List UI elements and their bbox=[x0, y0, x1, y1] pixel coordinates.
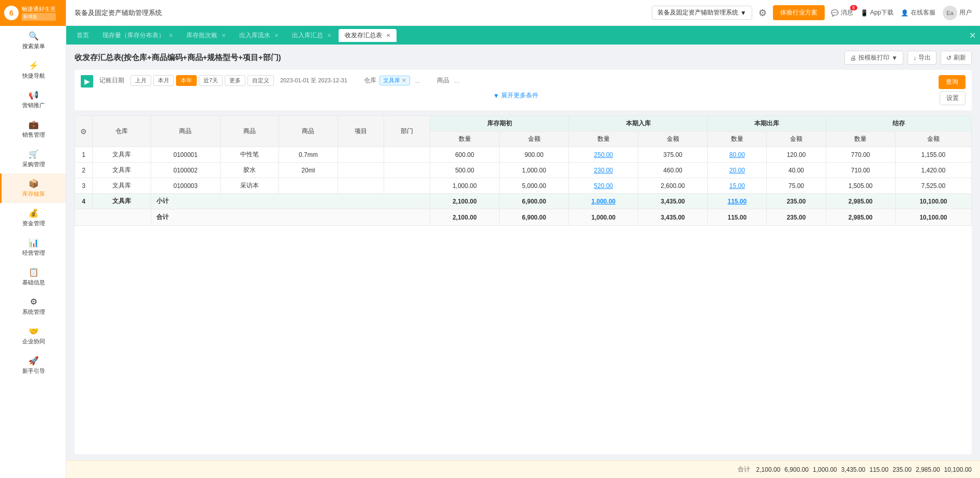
date-btn-更多[interactable]: 更多 bbox=[225, 75, 245, 86]
expand-filters-button[interactable]: ▼ 展开更多条件 bbox=[99, 91, 932, 100]
row-warehouse: 文具库 bbox=[93, 178, 151, 194]
warehouse-more[interactable]: ... bbox=[415, 77, 420, 84]
row-warehouse: 文具库 bbox=[93, 147, 151, 163]
sidebar-icon-search: 🔍 bbox=[28, 31, 39, 41]
tab-close-inout-flow[interactable]: ✕ bbox=[274, 33, 279, 38]
bottom-in-amt: 3,435.00 bbox=[841, 466, 866, 473]
sidebar-item-guide[interactable]: 🚀新手引导 bbox=[0, 351, 66, 380]
th-opening-qty: 数量 bbox=[430, 132, 500, 147]
subtotal-warehouse: 文具库 bbox=[93, 194, 151, 209]
filter-toggle-button[interactable]: ▶ bbox=[81, 75, 93, 88]
messages-btn[interactable]: 💬 消息 6 bbox=[831, 8, 853, 17]
subtotal-out-qty[interactable]: 115.00 bbox=[708, 194, 767, 209]
sidebar-item-enterprise[interactable]: 🤝企业协同 bbox=[0, 321, 66, 351]
sidebar-icon-sales: 💼 bbox=[28, 120, 39, 129]
row-out-amt: 120.00 bbox=[767, 147, 826, 163]
template-print-button[interactable]: 🖨 按模板打印 ▼ bbox=[844, 51, 903, 65]
total-row: 合计 2,100.00 6,900.00 1,000.00 3,435.00 1… bbox=[75, 209, 972, 226]
warehouse-tag[interactable]: 文具库 ✕ bbox=[379, 76, 410, 85]
date-btn-上月[interactable]: 上月 bbox=[130, 75, 151, 86]
sidebar-icon-inventory: 📦 bbox=[28, 179, 39, 189]
row-out-qty[interactable]: 80.00 bbox=[708, 147, 767, 163]
table-settings-th[interactable]: ⚙ bbox=[75, 116, 93, 147]
close-all-tabs[interactable]: ✕ bbox=[969, 31, 976, 40]
topbar: 装备及固定资产辅助管理系统 装备及固定资产辅助管理系统 ▼ ⚙ 体验行业方案 💬… bbox=[66, 0, 980, 26]
sidebar-item-purchase[interactable]: 🛒采购管理 bbox=[0, 144, 66, 173]
online-service-btn[interactable]: 👤 在线客服 bbox=[901, 8, 935, 17]
tab-close-batch[interactable]: ✕ bbox=[222, 33, 226, 38]
sidebar-label-sales: 销售管理 bbox=[22, 131, 45, 139]
total-closing-amt: 10,100.00 bbox=[895, 209, 971, 226]
sidebar-nav: 🔍搜索菜单⚡快捷导航📢营销推广💼销售管理🛒采购管理📦库存核算💰资金管理📊经营管理… bbox=[0, 26, 66, 478]
settings-icon[interactable]: ⚙ bbox=[758, 7, 767, 19]
row-closing-amt: 1,420.00 bbox=[895, 163, 971, 178]
tab-batch[interactable]: 库存批次账✕ bbox=[180, 29, 232, 42]
date-btn-自定义[interactable]: 自定义 bbox=[247, 75, 274, 86]
sidebar-item-inventory[interactable]: 📦库存核算 bbox=[0, 173, 66, 203]
set-button[interactable]: 设置 bbox=[940, 91, 966, 105]
sidebar-icon-finance: 💰 bbox=[28, 208, 39, 218]
sidebar-icon-operation: 📊 bbox=[28, 238, 39, 248]
row-opening-amt: 5,000.00 bbox=[500, 178, 569, 194]
sidebar-icon-purchase: 🛒 bbox=[28, 149, 39, 159]
tab-label-recv-send-summary: 收发存汇总表 bbox=[345, 31, 382, 40]
product-more[interactable]: ... bbox=[455, 77, 460, 84]
row-in-qty[interactable]: 250.00 bbox=[569, 147, 638, 163]
tab-home[interactable]: 首页 bbox=[70, 29, 95, 42]
sidebar-item-system[interactable]: ⚙系统管理 bbox=[0, 292, 66, 321]
sidebar-label-guide: 新手引导 bbox=[22, 367, 45, 375]
tab-inout-flow[interactable]: 出入库流水✕ bbox=[233, 29, 285, 42]
user-btn[interactable]: Ea 用户 bbox=[943, 6, 972, 20]
tab-close-recv-send-summary[interactable]: ✕ bbox=[386, 33, 390, 38]
sidebar-item-marketing[interactable]: 📢营销推广 bbox=[0, 85, 66, 114]
subtotal-row: 4 文具库 小计 2,100.00 6,900.00 1,000.00 3,43… bbox=[75, 194, 972, 209]
row-department bbox=[384, 147, 430, 163]
th-closing-amt: 金额 bbox=[895, 132, 971, 147]
tab-inout-summary[interactable]: 出入库汇总✕ bbox=[286, 29, 338, 42]
total-label-text: 合计 bbox=[151, 209, 430, 226]
row-product-name: 中性笔 bbox=[220, 147, 279, 163]
date-btn-近7天[interactable]: 近7天 bbox=[199, 75, 223, 86]
refresh-button[interactable]: ↺ 刷新 bbox=[941, 51, 972, 65]
row-product-code: 0100002 bbox=[151, 163, 220, 178]
sidebar-item-search[interactable]: 🔍搜索菜单 bbox=[0, 26, 66, 55]
tab-close-inventory-dist[interactable]: ✕ bbox=[169, 33, 173, 38]
th-project: 项目 bbox=[338, 116, 384, 147]
bottom-total-label: 合计 bbox=[738, 465, 750, 474]
app-download-btn[interactable]: 📱 App下载 bbox=[860, 8, 894, 17]
tab-close-inout-summary[interactable]: ✕ bbox=[327, 33, 331, 38]
sidebar-label-quick-nav: 快捷导航 bbox=[22, 72, 45, 80]
row-out-qty[interactable]: 15.00 bbox=[708, 178, 767, 194]
tab-inventory-dist[interactable]: 现存量（库存分布表）✕ bbox=[96, 29, 179, 42]
sidebar-item-finance[interactable]: 💰资金管理 bbox=[0, 203, 66, 233]
row-out-qty[interactable]: 20.00 bbox=[708, 163, 767, 178]
trial-button[interactable]: 体验行业方案 bbox=[773, 5, 825, 20]
export-icon: ↓ bbox=[913, 54, 916, 62]
sidebar-item-basic-info[interactable]: 📋基础信息 bbox=[0, 262, 66, 292]
sidebar-item-operation[interactable]: 📊经营管理 bbox=[0, 233, 66, 262]
subtotal-opening-amt: 6,900.00 bbox=[500, 194, 569, 209]
table-settings-icon[interactable]: ⚙ bbox=[80, 127, 87, 136]
query-button[interactable]: 查询 bbox=[939, 75, 966, 89]
warehouse-tag-remove[interactable]: ✕ bbox=[402, 77, 406, 84]
row-product-spec: 20ml bbox=[279, 163, 338, 178]
system-dropdown[interactable]: 装备及固定资产辅助管理系统 ▼ bbox=[652, 6, 752, 20]
th-department: 部门 bbox=[384, 116, 430, 147]
sidebar-item-sales[interactable]: 💼销售管理 bbox=[0, 114, 66, 144]
row-in-qty[interactable]: 230.00 bbox=[569, 163, 638, 178]
sidebar-icon-basic-info: 📋 bbox=[28, 267, 39, 277]
subtotal-in-qty[interactable]: 1,000.00 bbox=[569, 194, 638, 209]
sidebar-icon-guide: 🚀 bbox=[28, 356, 39, 366]
th-out-qty: 数量 bbox=[708, 132, 767, 147]
sidebar-icon-enterprise: 🤝 bbox=[28, 326, 39, 336]
row-in-qty[interactable]: 520.00 bbox=[569, 178, 638, 194]
date-btn-本年[interactable]: 本年 bbox=[176, 75, 197, 86]
row-num: 1 bbox=[75, 147, 93, 163]
subtotal-closing-qty: 2,985.00 bbox=[826, 194, 895, 209]
sidebar-item-quick-nav[interactable]: ⚡快捷导航 bbox=[0, 55, 66, 85]
date-btn-本月[interactable]: 本月 bbox=[153, 75, 174, 86]
tab-recv-send-summary[interactable]: 收发存汇总表✕ bbox=[339, 29, 397, 42]
topbar-right: 💬 消息 6 📱 App下载 👤 在线客服 Ea 用户 bbox=[831, 6, 972, 20]
export-button[interactable]: ↓ 导出 bbox=[908, 51, 937, 65]
tab-label-inout-summary: 出入库汇总 bbox=[292, 31, 323, 40]
